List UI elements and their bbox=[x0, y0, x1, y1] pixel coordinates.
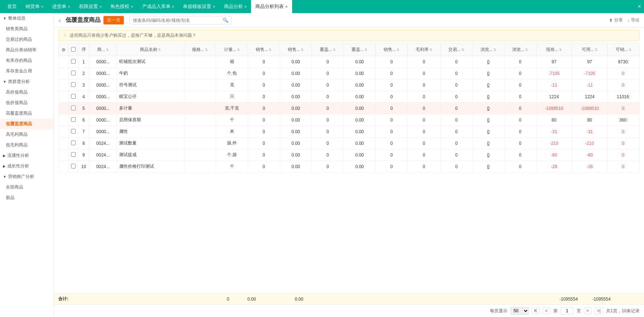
cell-checkbox[interactable] bbox=[69, 79, 78, 91]
sidebar-item-all-goods[interactable]: 全部商品 bbox=[0, 182, 54, 193]
col-spec[interactable]: 规格...⇅ bbox=[184, 44, 216, 56]
sidebar-section-overall[interactable]: ▼ 整体信息 bbox=[0, 13, 54, 24]
cell-checkbox[interactable] bbox=[69, 114, 78, 126]
nav-product-analysis-list[interactable]: 商品分析列表 × bbox=[251, 0, 292, 13]
nav-role-auth[interactable]: 角色授权 × bbox=[106, 0, 137, 13]
browse1-link[interactable]: 0 bbox=[487, 141, 490, 146]
cell-browse1[interactable]: 0 bbox=[472, 56, 504, 68]
browse1-link[interactable]: 0 bbox=[487, 71, 490, 76]
next-page-button[interactable]: > bbox=[584, 307, 592, 314]
share-button[interactable]: ⬆ 分享 bbox=[609, 17, 623, 23]
browse1-link[interactable]: 0 bbox=[487, 59, 490, 64]
col-coverage1[interactable]: 覆盖...⇅ bbox=[312, 44, 344, 56]
col-name[interactable]: 商品名称⇅ bbox=[117, 44, 184, 56]
col-sales2[interactable]: 销售...⇅ bbox=[376, 44, 408, 56]
row-checkbox[interactable] bbox=[71, 106, 76, 110]
cell-checkbox[interactable] bbox=[69, 138, 78, 149]
col-checkbox-all[interactable] bbox=[69, 44, 78, 56]
browse1-link[interactable]: 0 bbox=[487, 106, 490, 111]
sidebar-item-traded-goods[interactable]: 交易过的商品 bbox=[0, 34, 54, 45]
browse1-link[interactable]: 0 bbox=[487, 164, 490, 169]
nav-finished-goods[interactable]: 产成品入库单 × bbox=[138, 0, 178, 13]
col-current[interactable]: 现有...⇅ bbox=[536, 44, 572, 56]
col-sellable[interactable]: 可销...⇅ bbox=[608, 44, 640, 56]
col-browse2[interactable]: 浏览...⇅ bbox=[504, 44, 536, 56]
cell-checkbox[interactable] bbox=[69, 103, 78, 114]
sidebar-section-cluster[interactable]: ▼ 类群度分析 bbox=[0, 76, 54, 87]
window-close-button[interactable]: × bbox=[638, 3, 641, 10]
cell-checkbox[interactable] bbox=[69, 56, 78, 68]
cell-checkbox[interactable] bbox=[69, 149, 78, 161]
cell-checkbox[interactable] bbox=[69, 126, 78, 138]
sidebar-item-low-coverage[interactable]: 低覆盖度商品 bbox=[0, 119, 54, 129]
sidebar-item-low-value[interactable]: 低价值商品 bbox=[0, 98, 54, 108]
collapse-sidebar-button[interactable]: « bbox=[58, 17, 61, 23]
sidebar-item-high-coverage[interactable]: 高覆盖度商品 bbox=[0, 108, 54, 119]
nav-template-settings[interactable]: 单据模板设置 × bbox=[178, 0, 219, 13]
row-checkbox[interactable] bbox=[71, 152, 76, 157]
col-code[interactable]: 商...⇅ bbox=[89, 44, 117, 56]
page-number-input[interactable] bbox=[561, 307, 574, 314]
row-checkbox[interactable] bbox=[71, 164, 76, 169]
cell-browse1[interactable]: 0 bbox=[472, 103, 504, 114]
sidebar-item-high-value[interactable]: 高价值商品 bbox=[0, 87, 54, 98]
cell-browse1[interactable]: 0 bbox=[472, 138, 504, 149]
row-checkbox[interactable] bbox=[71, 59, 76, 64]
per-page-select[interactable]: 20 50 100 bbox=[510, 307, 529, 315]
col-transaction[interactable]: 交易...⇅ bbox=[440, 44, 472, 56]
browse1-link[interactable]: 0 bbox=[487, 83, 490, 88]
browse1-link[interactable]: 0 bbox=[487, 129, 490, 134]
settings-icon[interactable]: ⚙ bbox=[62, 47, 66, 52]
cell-checkbox[interactable] bbox=[69, 68, 78, 79]
cell-browse1[interactable]: 0 bbox=[472, 126, 504, 138]
sidebar-item-sales-goods[interactable]: 销售类商品 bbox=[0, 24, 54, 34]
export-button[interactable]: ↓ 导出 bbox=[627, 17, 640, 23]
row-checkbox[interactable] bbox=[71, 82, 76, 87]
table-wrapper[interactable]: ⚙ 序 商...⇅ 商品名称⇅ 规格...⇅ 计量...⇅ 销售...⇅ 销售. bbox=[54, 43, 644, 293]
cell-browse1[interactable]: 0 bbox=[472, 114, 504, 126]
col-sales-qty[interactable]: 销售...⇅ bbox=[248, 44, 280, 56]
filter-period-button[interactable]: 近一月 bbox=[103, 16, 124, 24]
cell-browse1[interactable]: 0 bbox=[472, 91, 504, 103]
cell-browse1[interactable]: 0 bbox=[472, 149, 504, 161]
cell-checkbox[interactable] bbox=[69, 161, 78, 173]
col-browse1[interactable]: 浏览...⇅ bbox=[472, 44, 504, 56]
sidebar-item-low-margin[interactable]: 低毛利商品 bbox=[0, 140, 54, 150]
nav-product-analysis[interactable]: 商品分析 × bbox=[220, 0, 251, 13]
col-unit[interactable]: 计量...⇅ bbox=[216, 44, 248, 56]
cell-browse1[interactable]: 0 bbox=[472, 68, 504, 79]
col-sales-amt[interactable]: 销售...⇅ bbox=[280, 44, 312, 56]
cell-browse1[interactable]: 0 bbox=[472, 161, 504, 173]
cell-checkbox[interactable] bbox=[69, 91, 78, 103]
browse1-link[interactable]: 0 bbox=[487, 152, 490, 158]
col-gross-margin[interactable]: 毛利率⇅ bbox=[408, 44, 441, 56]
col-settings[interactable]: ⚙ bbox=[59, 44, 69, 56]
nav-home[interactable]: 首页 bbox=[3, 0, 21, 13]
col-available[interactable]: 可用...⇅ bbox=[572, 44, 608, 56]
prev-page-button[interactable]: < bbox=[543, 307, 550, 314]
row-checkbox[interactable] bbox=[71, 117, 76, 122]
cell-browse1[interactable]: 0 bbox=[472, 79, 504, 91]
sidebar-section-circulation[interactable]: ▶ 流通性分析 bbox=[0, 150, 54, 161]
nav-permissions[interactable]: 权限设置 × bbox=[75, 0, 106, 13]
col-coverage2[interactable]: 覆盖...⇅ bbox=[343, 44, 376, 56]
sidebar-item-inventory-capital[interactable]: 库存资金占用 bbox=[0, 66, 54, 76]
nav-sales-order[interactable]: 销货单 × bbox=[21, 0, 48, 13]
sidebar-item-high-margin[interactable]: 高毛利商品 bbox=[0, 129, 54, 140]
sidebar-item-category-rate[interactable]: 商品分类动销率 bbox=[0, 45, 54, 55]
browse1-link[interactable]: 0 bbox=[487, 118, 490, 123]
sidebar-section-growth[interactable]: ▶ 成长性分析 bbox=[0, 161, 54, 171]
row-checkbox[interactable] bbox=[71, 94, 76, 99]
sidebar-section-marketing[interactable]: ▼ 营销推广分析 bbox=[0, 171, 54, 182]
select-all-checkbox[interactable] bbox=[71, 47, 76, 52]
row-checkbox[interactable] bbox=[71, 71, 76, 75]
first-page-button[interactable]: K bbox=[532, 307, 540, 314]
browse1-link[interactable]: 0 bbox=[487, 94, 490, 99]
nav-purchase-order[interactable]: 进货单 × bbox=[48, 0, 74, 13]
sidebar-item-new-goods[interactable]: 新品 bbox=[0, 193, 54, 203]
search-input[interactable] bbox=[133, 18, 223, 23]
sidebar-item-stocked-goods[interactable]: 有库存的商品 bbox=[0, 55, 54, 66]
last-page-button[interactable]: >| bbox=[594, 307, 603, 314]
row-checkbox[interactable] bbox=[71, 129, 76, 134]
row-checkbox[interactable] bbox=[71, 140, 76, 145]
